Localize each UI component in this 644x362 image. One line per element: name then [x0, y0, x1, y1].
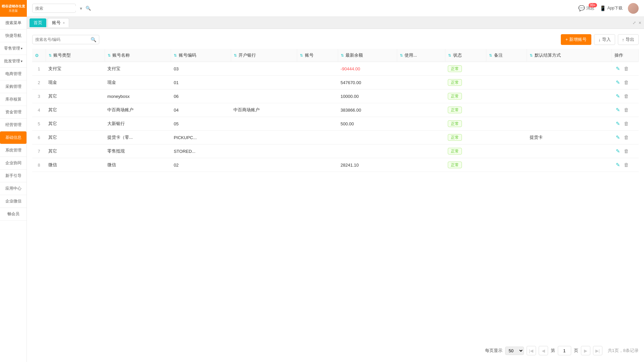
sort-icon: ⇅	[108, 53, 111, 57]
row-default-settle	[527, 117, 612, 131]
row-remark	[486, 158, 527, 172]
row-default-settle	[527, 158, 612, 172]
delete-button[interactable]: 🗑	[623, 134, 630, 141]
edit-button[interactable]: ✎	[614, 93, 622, 100]
prev-page-button[interactable]: ◀	[539, 346, 548, 355]
sidebar-item-quick-nav[interactable]: 快捷导航	[0, 29, 26, 42]
tab-accounts-label: 账号	[52, 20, 61, 26]
sidebar-item-retail-mgmt[interactable]: 零售管理 ▾	[0, 42, 26, 55]
maximize-icon[interactable]: ⤢	[633, 20, 636, 25]
main-area: 🔍 ▾ 💬 消息 99+ 📱 App下载 首页 账号 × ⤢ ×	[27, 0, 644, 362]
tab-home[interactable]: 首页	[30, 18, 46, 27]
col-code-label: 账号编码	[179, 53, 196, 58]
edit-button[interactable]: ✎	[614, 134, 622, 141]
close-window-icon[interactable]: ×	[639, 20, 641, 25]
col-bank-label: 开户银行	[238, 53, 256, 58]
row-default-settle	[527, 103, 612, 117]
export-button[interactable]: ↑ 导出	[618, 34, 639, 45]
export-icon: ↑	[622, 37, 625, 42]
delete-button[interactable]: 🗑	[623, 93, 630, 100]
sidebar-item-vip-member[interactable]: 畅会员	[0, 208, 26, 221]
account-search-input[interactable]	[35, 37, 91, 42]
sidebar-item-inventory[interactable]: 库存核算	[0, 93, 26, 106]
row-num: 1	[32, 62, 46, 76]
row-type: 其它	[46, 144, 105, 158]
edit-button[interactable]: ✎	[614, 120, 622, 127]
row-status: 正常	[445, 62, 486, 76]
sidebar-item-corp-agreement[interactable]: 企业协同	[0, 157, 26, 170]
sort-icon: ⇅	[530, 53, 533, 57]
sidebar-item-ops-mgmt[interactable]: 经营管理	[0, 119, 26, 131]
message-icon: 💬	[578, 5, 585, 11]
next-page-button[interactable]: ▶	[581, 346, 590, 355]
row-code: 02	[171, 158, 231, 172]
row-bank	[231, 89, 297, 103]
edit-button[interactable]: ✎	[614, 106, 622, 114]
app-download-button[interactable]: 📱 App下载	[600, 5, 623, 11]
status-badge: 正常	[448, 134, 462, 141]
sidebar-item-system-mgmt[interactable]: 系统管理	[0, 144, 26, 157]
col-action: 操作	[612, 49, 639, 62]
message-button[interactable]: 💬 消息 99+	[578, 5, 594, 11]
row-status: 正常	[445, 117, 486, 131]
row-status: 正常	[445, 89, 486, 103]
row-code: 04	[171, 103, 231, 117]
search-icon: 🔍	[91, 37, 96, 42]
row-usage	[397, 76, 445, 89]
top-header: 🔍 ▾ 💬 消息 99+ 📱 App下载	[27, 0, 644, 17]
tab-close-icon[interactable]: ×	[63, 21, 65, 25]
col-usage: ⇅ 使用...	[397, 49, 445, 62]
settings-icon[interactable]: ⚙	[35, 53, 39, 58]
avatar[interactable]	[628, 3, 639, 14]
delete-button[interactable]: 🗑	[623, 106, 630, 113]
edit-button[interactable]: ✎	[614, 147, 622, 155]
chevron-down-icon: ▾	[21, 47, 22, 50]
sort-icon: ⇅	[49, 53, 52, 57]
add-account-button[interactable]: + 新增账号	[561, 34, 591, 45]
col-type: ⇅ 账号类型	[46, 49, 105, 62]
row-name: 大新银行	[105, 117, 171, 131]
chevron-down-icon: ▾	[21, 59, 22, 63]
delete-button[interactable]: 🗑	[623, 147, 630, 155]
row-balance: 28241.10	[338, 158, 397, 172]
account-search-box[interactable]: 🔍	[32, 35, 99, 44]
sidebar-item-search-menu[interactable]: 搜索菜单	[0, 17, 26, 29]
sort-icon: ⇅	[400, 53, 403, 57]
top-search-box[interactable]: 🔍	[32, 4, 76, 13]
row-num: 2	[32, 76, 46, 89]
col-type-label: 账号类型	[53, 53, 71, 58]
row-balance: 10000.00	[338, 89, 397, 103]
import-button[interactable]: ↓ 导入	[594, 34, 615, 45]
edit-button[interactable]: ✎	[614, 79, 622, 86]
sidebar-item-ecommerce-mgmt[interactable]: 电商管理	[0, 68, 26, 80]
sidebar-item-newbie-guide[interactable]: 新手引导	[0, 170, 26, 182]
sidebar-item-wholesale-mgmt[interactable]: 批发管理 ▾	[0, 55, 26, 68]
pagination: 每页显示 50 10 20 100 |◀ ◀ 第 页 ▶ ▶| 共1页，8条记录	[32, 342, 639, 357]
sidebar-item-purchase-mgmt[interactable]: 采购管理	[0, 80, 26, 93]
row-account	[297, 76, 338, 89]
sidebar-item-corp-wechat[interactable]: 企业微信	[0, 195, 26, 208]
delete-button[interactable]: 🗑	[623, 65, 630, 72]
row-usage	[397, 89, 445, 103]
edit-button[interactable]: ✎	[614, 65, 622, 72]
sidebar-label-retail: 零售管理	[4, 46, 20, 51]
sidebar-item-basic-info[interactable]: 基础信息	[0, 131, 26, 144]
sidebar-item-app-center[interactable]: 应用中心	[0, 182, 26, 195]
first-page-button[interactable]: |◀	[527, 346, 536, 355]
last-page-button[interactable]: ▶|	[593, 346, 602, 355]
row-num: 3	[32, 89, 46, 103]
page-size-select[interactable]: 50 10 20 100	[505, 347, 524, 355]
page-number-input[interactable]	[558, 346, 571, 355]
sidebar-item-finance-mgmt[interactable]: 资金管理	[0, 106, 26, 119]
top-search-input[interactable]	[35, 6, 86, 11]
delete-button[interactable]: 🗑	[623, 120, 630, 127]
row-num: 5	[32, 117, 46, 131]
sort-icon: ⇅	[234, 53, 237, 57]
col-account: ⇅ 账号	[297, 49, 338, 62]
accounts-table-container: ⚙ ⇅ 账号类型 ⇅ 账号名称 ⇅ 账号编码	[32, 49, 639, 342]
delete-button[interactable]: 🗑	[623, 161, 630, 168]
delete-button[interactable]: 🗑	[623, 79, 630, 86]
search-icon: 🔍	[86, 6, 91, 11]
tab-accounts[interactable]: 账号 ×	[48, 18, 69, 27]
edit-button[interactable]: ✎	[614, 161, 622, 169]
